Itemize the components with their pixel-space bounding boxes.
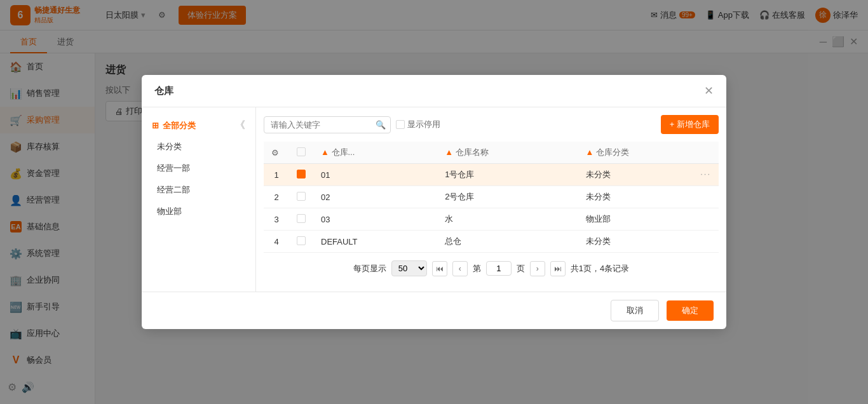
td-code: 01 xyxy=(313,164,437,186)
category-all-header[interactable]: ⊞ 全部分类 《 xyxy=(142,115,255,136)
table-row[interactable]: 1 01 1号仓库 未分类··· xyxy=(264,164,719,186)
pagination: 每页显示 50 20 100 ⏮ ‹ 第 页 › ⏭ 共1页，4条记录 xyxy=(264,253,719,284)
modal-footer: 取消 确定 xyxy=(142,292,726,329)
td-num: 3 xyxy=(264,208,289,231)
td-category: 物业部 xyxy=(578,208,719,231)
confirm-button[interactable]: 确定 xyxy=(667,300,714,321)
td-code: 03 xyxy=(313,208,437,231)
page-next-button[interactable]: › xyxy=(530,261,545,276)
th-code: ▲ 仓库... xyxy=(313,142,437,164)
td-category: 未分类 xyxy=(578,186,719,208)
table-row[interactable]: 3 03 水 物业部 xyxy=(264,208,719,231)
table-panel: 🔍 显示停用 + 新增仓库 ⚙ xyxy=(256,107,726,292)
show-disabled-checkbox[interactable]: 显示停用 xyxy=(396,119,440,130)
row-checkbox[interactable] xyxy=(297,170,306,178)
more-button[interactable]: ··· xyxy=(700,169,711,178)
td-code: 02 xyxy=(313,186,437,208)
disabled-checkbox[interactable] xyxy=(396,120,405,129)
sort-icon-category: ▲ xyxy=(586,147,594,157)
table-row[interactable]: 2 02 2号仓库 未分类 xyxy=(264,186,719,208)
search-input[interactable] xyxy=(264,116,391,133)
page-number-input[interactable] xyxy=(486,261,512,276)
td-name: 总仓 xyxy=(437,231,578,253)
td-num: 1 xyxy=(264,164,289,186)
td-category: 未分类 xyxy=(578,231,719,253)
gear-icon: ⚙ xyxy=(271,148,279,158)
row-checkbox[interactable] xyxy=(297,192,306,201)
per-page-select[interactable]: 50 20 100 xyxy=(391,260,427,276)
category-item-dept1[interactable]: 经营一部 xyxy=(142,158,255,179)
td-checkbox[interactable] xyxy=(289,231,313,253)
collapse-icon[interactable]: 《 xyxy=(235,119,245,132)
warehouse-table: ⚙ ▲ 仓库... ▲ 仓库名称 xyxy=(264,142,719,253)
th-name: ▲ 仓库名称 xyxy=(437,142,578,164)
td-num: 2 xyxy=(264,186,289,208)
category-item-property[interactable]: 物业部 xyxy=(142,201,255,222)
sort-icon-code: ▲ xyxy=(321,147,329,157)
sort-icon-name: ▲ xyxy=(445,147,453,157)
modal-title: 仓库 xyxy=(154,85,173,97)
table-row[interactable]: 4 DEFAULT 总仓 未分类 xyxy=(264,231,719,253)
search-icon[interactable]: 🔍 xyxy=(376,120,386,130)
cancel-button[interactable]: 取消 xyxy=(611,300,659,321)
td-name: 水 xyxy=(437,208,578,231)
th-checkbox xyxy=(289,142,313,164)
add-warehouse-button[interactable]: + 新增仓库 xyxy=(661,115,719,134)
page-first-button[interactable]: ⏮ xyxy=(432,261,447,276)
modal-overlay: 仓库 ✕ ⊞ 全部分类 《 未分类 经营一部 经营二部 物业部 xyxy=(0,0,868,404)
category-panel: ⊞ 全部分类 《 未分类 经营一部 经营二部 物业部 xyxy=(142,107,256,292)
search-wrap: 🔍 xyxy=(264,116,391,133)
row-checkbox[interactable] xyxy=(297,214,306,223)
modal-header: 仓库 ✕ xyxy=(142,75,726,107)
modal-body: ⊞ 全部分类 《 未分类 经营一部 经营二部 物业部 🔍 xyxy=(142,107,726,292)
grid-icon: ⊞ xyxy=(152,121,159,130)
category-item-dept2[interactable]: 经营二部 xyxy=(142,179,255,201)
page-last-button[interactable]: ⏭ xyxy=(550,261,566,276)
category-all-label: ⊞ 全部分类 xyxy=(152,120,196,131)
td-checkbox[interactable] xyxy=(289,186,313,208)
td-num: 4 xyxy=(264,231,289,253)
modal-close-button[interactable]: ✕ xyxy=(704,84,714,98)
table-header-row: ⚙ ▲ 仓库... ▲ 仓库名称 xyxy=(264,142,719,164)
header-checkbox[interactable] xyxy=(297,147,306,156)
th-category: ▲ 仓库分类 xyxy=(578,142,719,164)
td-checkbox[interactable] xyxy=(289,208,313,231)
td-name: 2号仓库 xyxy=(437,186,578,208)
td-checkbox[interactable] xyxy=(289,164,313,186)
td-code: DEFAULT xyxy=(313,231,437,253)
page-prev-button[interactable]: ‹ xyxy=(452,261,468,276)
th-settings: ⚙ xyxy=(264,142,289,164)
table-container: ⚙ ▲ 仓库... ▲ 仓库名称 xyxy=(264,142,719,253)
td-category: 未分类··· xyxy=(578,164,719,186)
warehouse-modal: 仓库 ✕ ⊞ 全部分类 《 未分类 经营一部 经营二部 物业部 xyxy=(142,75,726,329)
table-toolbar: 🔍 显示停用 + 新增仓库 xyxy=(264,115,719,134)
td-name: 1号仓库 xyxy=(437,164,578,186)
row-checkbox[interactable] xyxy=(297,236,306,245)
category-item-uncategorized[interactable]: 未分类 xyxy=(142,136,255,158)
